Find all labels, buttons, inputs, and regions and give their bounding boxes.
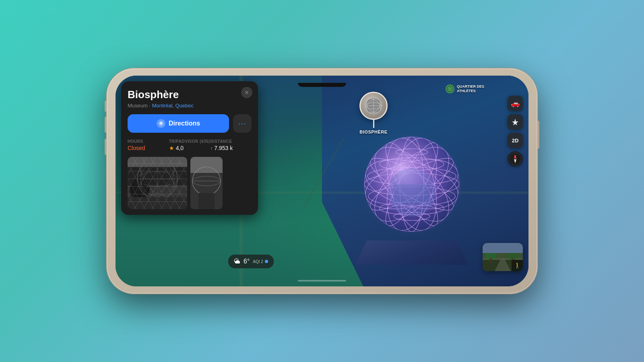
phone-frame: QUARTIER DES ATHLÈTES (107, 68, 537, 294)
hours-stat: HOURS Closed (128, 139, 169, 151)
svg-rect-31 (394, 184, 430, 204)
tripadvisor-label: TRIPADVISOR (635) (169, 139, 211, 144)
rating-display: ★ 4,0 (169, 145, 211, 151)
silent-switch (105, 101, 107, 112)
location-button[interactable] (508, 114, 523, 130)
quartier-label: QUARTIER DES ATHLÈTES (446, 84, 484, 93)
svg-rect-46 (138, 195, 141, 209)
svg-rect-43 (128, 157, 187, 209)
volume-up-button (105, 117, 107, 133)
svg-point-45 (130, 177, 150, 201)
phone-screen: QUARTIER DES ATHLÈTES (116, 76, 528, 286)
biosphere-3d-model (351, 124, 480, 277)
tripadvisor-stat: TRIPADVISOR (635) ★ 4,0 (169, 139, 211, 151)
map-controls: 🚗 2D N (508, 96, 523, 167)
place-subtitle: Museum · Montréal, Quebec (128, 103, 252, 109)
distance-label: DISTANCE (210, 139, 252, 144)
compass-button[interactable]: N (508, 151, 523, 167)
info-stats-row: HOURS Closed TRIPADVISOR (635) ★ 4,0 DIS… (128, 139, 252, 151)
temperature-display: 6° (244, 258, 250, 265)
streetview-person-icon: 🚶 (512, 260, 523, 271)
more-options-button[interactable]: ··· (233, 114, 252, 133)
photo-thumbnail-2[interactable] (190, 157, 223, 209)
svg-point-50 (134, 157, 180, 202)
weather-widget: 🌥 6° AQI 2 (228, 255, 274, 268)
svg-rect-61 (198, 193, 215, 209)
svg-point-1 (449, 88, 451, 90)
directions-button[interactable]: Directions (128, 114, 229, 133)
hours-value: Closed (128, 145, 169, 151)
star-icon: ★ (169, 145, 174, 151)
close-button[interactable]: ✕ (241, 87, 252, 98)
svg-rect-38 (490, 258, 491, 263)
svg-text:N: N (514, 155, 516, 158)
svg-rect-54 (128, 157, 187, 167)
2d-toggle-button[interactable]: 2D (508, 133, 523, 148)
power-button (537, 121, 539, 149)
svg-point-48 (140, 162, 174, 196)
svg-rect-44 (128, 185, 187, 209)
photo-thumbnail-1[interactable] (128, 157, 187, 209)
subtitle-separator: · (149, 103, 152, 109)
car-routing-button[interactable]: 🚗 (508, 96, 523, 111)
aqi-display: AQI 2 (253, 259, 268, 264)
hours-label: HOURS (128, 139, 169, 144)
scroll-indicator (298, 280, 346, 282)
phone-notch (298, 83, 346, 87)
svg-point-47 (137, 159, 178, 199)
svg-rect-57 (190, 157, 223, 173)
place-location: Montréal, Quebec (152, 103, 194, 109)
svg-rect-55 (128, 197, 187, 209)
photos-strip[interactable] (128, 157, 252, 209)
svg-rect-41 (483, 243, 523, 253)
aqi-indicator (265, 260, 268, 263)
svg-point-51 (134, 157, 180, 202)
map-background[interactable]: QUARTIER DES ATHLÈTES (116, 76, 528, 286)
weather-icon: 🌥 (234, 258, 240, 265)
info-panel: ✕ Biosphère Museum · Montréal, Quebec (121, 81, 258, 215)
quartier-text: QUARTIER DES ATHLÈTES (457, 84, 484, 93)
place-type: Museum (128, 103, 148, 109)
distance-value: ↑ 7.953 k (210, 145, 252, 151)
directions-icon (157, 119, 165, 128)
action-buttons-row: Directions ··· (128, 114, 252, 133)
biosphere-pin-icon (359, 92, 388, 120)
volume-down-button (105, 139, 107, 155)
biosphere-base-platform (355, 241, 468, 265)
rating-value: 4,0 (176, 145, 184, 151)
svg-point-49 (137, 172, 178, 186)
place-name: Biosphère (128, 88, 252, 101)
distance-stat: DISTANCE ↑ 7.953 k (210, 139, 252, 151)
quartier-icon (446, 84, 454, 93)
streetview-thumbnail[interactable]: 🚶 (483, 243, 523, 271)
